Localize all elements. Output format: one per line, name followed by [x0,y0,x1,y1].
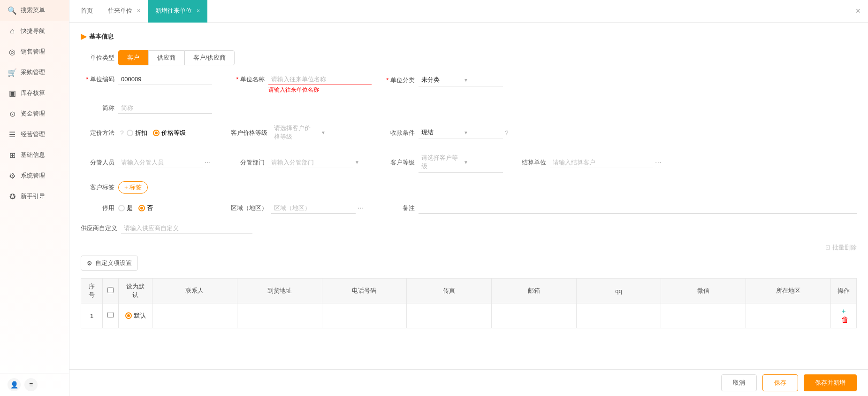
sidebar-item-sales[interactable]: ◎ 销售管理 [0,41,69,62]
settlement-unit-group: 结算单位 ··· [512,156,857,169]
disabled-group: 停用 是 否 [81,204,231,212]
location-input[interactable] [751,312,826,319]
finance-icon: ⊙ [8,109,17,118]
add-row-button[interactable]: + [841,307,845,315]
payment-condition-select[interactable]: 现结 ▼ [419,126,503,139]
sidebar-item-system[interactable]: ⚙ 系统管理 [0,165,69,186]
unit-category-value: 未分类 [419,74,462,86]
customer-level-group: 客户等级 请选择客户等级 ▼ [381,152,512,173]
sidebar-item-finance[interactable]: ⊙ 资金管理 [0,103,69,124]
unit-name-input[interactable] [268,74,372,85]
sidebar-item-quicknav[interactable]: ⌂ 快捷导航 [0,21,69,41]
delete-row-button[interactable]: 🗑 [841,316,849,324]
batch-delete-btn[interactable]: ⊡ 批量删除 [81,243,857,252]
help-icon-pricing[interactable]: ? [120,129,124,137]
row-select-checkbox[interactable] [107,312,114,318]
department-select-arrow[interactable]: ▼ [353,158,362,167]
customer-price-level-label: 客户价格等级 [231,129,271,137]
contact-input[interactable] [157,312,232,319]
radio-yes-circle [118,205,125,211]
sidebar-item-operations[interactable]: ☰ 经营管理 [0,124,69,145]
system-icon: ⚙ [8,171,17,180]
pricing-method-label: 定价方法 [81,129,118,137]
radio-discount[interactable]: 折扣 [127,129,147,137]
fax-input[interactable] [411,312,487,319]
supplier-custom-label: 供应商自定义 [81,224,121,233]
type-btn-customer[interactable]: 客户 [118,50,148,65]
row-actions: + 🗑 [830,303,856,328]
help-icon-payment[interactable]: ? [505,129,509,137]
radio-disabled-no[interactable]: 否 [138,204,153,212]
save-and-new-button[interactable]: 保存并新增 [804,374,857,391]
customer-tags-row: 客户标签 + 标签 [81,181,857,194]
row-email[interactable] [491,303,576,328]
radio-price-level[interactable]: 价格等级 [153,129,186,137]
default-radio[interactable]: 默认 [123,311,147,320]
radio-disabled-yes[interactable]: 是 [118,204,133,212]
remark-input[interactable] [419,202,857,214]
qq-input[interactable] [581,312,656,319]
manager-input[interactable] [118,157,203,168]
wechat-input[interactable] [666,312,741,319]
manager-more-btn[interactable]: ··· [203,156,213,169]
customer-level-select[interactable]: 请选择客户等级 ▼ [419,152,503,173]
tab-partners[interactable]: 往来单位 × [100,0,148,23]
type-btn-supplier[interactable]: 供应商 [148,50,184,65]
unit-name-error: 请输入往来单位名称 [268,86,319,94]
sidebar-item-inventory[interactable]: ▣ 库存核算 [0,83,69,103]
code-name-category-row: 单位编码 单位名称 请输入往来单位名称 单位分类 未分类 ▼ [81,74,857,94]
region-label: 区域（地区） [231,204,271,212]
save-button[interactable]: 保存 [762,374,798,391]
sidebar-item-purchase[interactable]: 🛒 采购管理 [0,62,69,83]
region-input[interactable] [271,202,356,214]
unit-category-group: 单位分类 未分类 ▼ [381,74,531,86]
sidebar-item-guide[interactable]: ✪ 新手引导 [0,186,69,207]
short-name-row: 简称 [81,102,857,114]
close-partners-tab[interactable]: × [137,8,140,14]
row-fax[interactable] [407,303,492,328]
tab-new-partner[interactable]: 新增往来单位 × [148,0,207,23]
cancel-button[interactable]: 取消 [721,374,757,391]
short-name-input[interactable] [118,102,212,114]
close-new-partner-tab[interactable]: × [197,8,200,14]
address-input[interactable] [242,312,317,319]
sidebar-item-basics[interactable]: ⊞ 基础信息 [0,145,69,165]
sidebar-item-search[interactable]: 🔍 搜索菜单 [0,0,69,21]
settlement-unit-label: 结算单位 [512,158,550,167]
unit-category-select[interactable]: 未分类 ▼ [419,74,503,86]
type-btn-both[interactable]: 客户/供应商 [184,50,235,65]
sidebar-item-label: 经营管理 [21,130,45,139]
settlement-more-btn[interactable]: ··· [653,156,663,169]
purchase-icon: 🛒 [8,68,17,77]
customer-price-level-select[interactable]: 请选择客户价格等级 ▼ [271,122,365,143]
row-address[interactable] [237,303,322,328]
row-wechat[interactable] [661,303,746,328]
row-phone[interactable] [322,303,407,328]
add-tag-button[interactable]: + 标签 [118,181,148,194]
close-all-tabs[interactable]: × [852,4,864,18]
tab-home[interactable]: 首页 [73,0,100,23]
select-all-checkbox[interactable] [107,287,114,293]
region-more-btn[interactable]: ··· [356,202,365,214]
remark-label: 备注 [381,204,419,212]
remark-group: 备注 [381,202,857,214]
email-input[interactable] [496,312,571,319]
home-icon: ⌂ [8,26,17,36]
inventory-icon: ▣ [8,88,17,98]
user-avatar[interactable]: 👤 [8,378,21,391]
settlement-unit-input[interactable] [550,157,653,168]
col-checkbox[interactable] [103,279,119,303]
payment-condition-group: 收款条件 现结 ▼ ? [381,126,531,139]
row-checkbox[interactable] [103,303,119,328]
supplier-custom-input[interactable] [121,223,252,234]
phone-input[interactable] [327,312,402,319]
unit-code-input[interactable] [118,74,212,85]
row-seq: 1 [81,303,103,328]
row-contact[interactable] [152,303,237,328]
menu-icon[interactable]: ≡ [24,378,38,391]
department-input[interactable] [268,157,353,168]
sidebar-item-label: 销售管理 [21,47,45,56]
row-location[interactable] [746,303,830,328]
custom-settings-button[interactable]: ⚙ 自定义项设置 [81,256,138,271]
row-qq[interactable] [576,303,661,328]
